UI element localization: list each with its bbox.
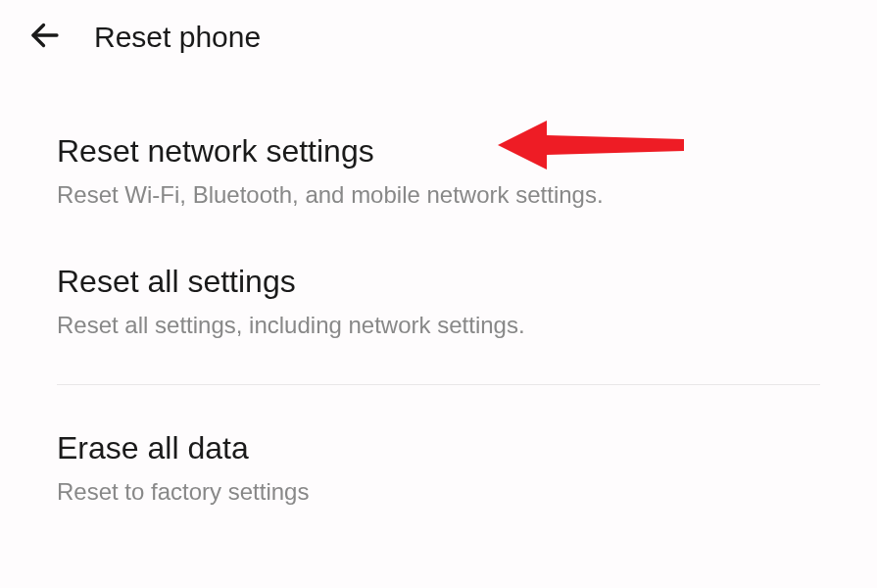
back-arrow-icon[interactable]	[27, 18, 63, 57]
item-title: Erase all data	[57, 430, 820, 466]
erase-all-data-item[interactable]: Erase all data Reset to factory settings	[57, 401, 820, 531]
item-subtitle: Reset all settings, including network se…	[57, 312, 820, 339]
page-title: Reset phone	[94, 21, 261, 54]
item-subtitle: Reset to factory settings	[57, 478, 820, 506]
divider	[57, 384, 820, 385]
settings-list: Reset network settings Reset Wi-Fi, Blue…	[0, 74, 877, 531]
item-title: Reset network settings	[57, 133, 820, 170]
item-title: Reset all settings	[57, 264, 820, 300]
reset-all-settings-item[interactable]: Reset all settings Reset all settings, i…	[57, 234, 820, 365]
header: Reset phone	[0, 0, 877, 74]
item-subtitle: Reset Wi-Fi, Bluetooth, and mobile netwo…	[57, 181, 820, 209]
reset-network-settings-item[interactable]: Reset network settings Reset Wi-Fi, Blue…	[57, 74, 820, 234]
